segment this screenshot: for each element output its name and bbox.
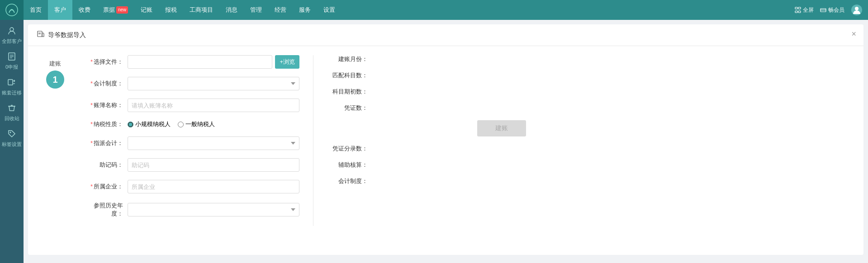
- recycle-icon: [7, 103, 16, 114]
- form-row-accountant: 指派会计：: [82, 136, 299, 150]
- taxtype-radio-group: 小规模纳税人 一般纳税人: [128, 120, 215, 128]
- svg-rect-3: [795, 11, 797, 13]
- radio-label-general: 一般纳税人: [185, 120, 215, 128]
- sidebar: 全部客户 0申报 账套迁移: [0, 20, 24, 263]
- form-row-match-subjects: 匹配科目数：: [327, 71, 544, 80]
- form-row-initial-amount: 科目期初数：: [327, 88, 544, 96]
- nav-item-manage[interactable]: 管理: [244, 0, 268, 20]
- form-container: 建账 1 选择文件： +浏览 会计制度：: [28, 46, 863, 235]
- bookname-input[interactable]: [128, 99, 299, 112]
- sidebar-label-tag-settings: 标签设置: [2, 141, 22, 148]
- company-input[interactable]: [128, 180, 299, 193]
- radio-general-taxpayer[interactable]: 一般纳税人: [178, 120, 215, 128]
- sidebar-label-recycle: 回收站: [5, 115, 19, 122]
- nav-item-message[interactable]: 消息: [219, 0, 244, 20]
- nav-item-fee[interactable]: 收费: [72, 0, 97, 20]
- member-btn[interactable]: 畅会员: [820, 6, 844, 14]
- form-row-history-year: 参照历史年度：: [82, 202, 299, 218]
- svg-point-9: [10, 28, 14, 31]
- nav-items: 首页 客户 收费 票据 new 记账 报税 工商项目 消息 管理 经营 服务 设…: [24, 0, 795, 20]
- label-accounting-system: 会计制度：: [327, 177, 372, 185]
- file-input-wrap: +浏览: [128, 55, 299, 69]
- label-accounting: 会计制度：: [82, 80, 128, 88]
- nav-item-business[interactable]: 工商项目: [183, 0, 219, 20]
- label-history-year: 参照历史年度：: [82, 202, 128, 218]
- label-initial-amount: 科目期初数：: [327, 88, 372, 96]
- label-file: 选择文件：: [82, 58, 128, 66]
- mnemonic-input[interactable]: [128, 158, 299, 172]
- svg-rect-14: [8, 80, 13, 85]
- right-form: 建账月份： 匹配科目数： 科目期初数： 凭证数：: [318, 55, 544, 226]
- label-aux-accounting: 辅助核算：: [327, 161, 372, 169]
- svg-rect-1: [795, 7, 797, 9]
- label-taxtype: 纳税性质：: [82, 120, 128, 128]
- sidebar-item-declaration[interactable]: 0申报: [0, 48, 24, 74]
- history-year-select[interactable]: [128, 203, 299, 216]
- label-match-subjects: 匹配科目数：: [327, 71, 372, 80]
- accountant-select[interactable]: [128, 136, 299, 150]
- label-company: 所属企业：: [82, 183, 128, 191]
- label-account-month: 建账月份：: [327, 55, 372, 63]
- label-bookname: 账簿名称：: [82, 101, 128, 109]
- label-voucher-count: 凭证数：: [327, 104, 372, 112]
- declaration-icon: [7, 52, 16, 62]
- nav-item-operation[interactable]: 经营: [268, 0, 293, 20]
- avatar-icon: [851, 4, 863, 16]
- form-row-account-month: 建账月份：: [327, 55, 544, 63]
- tag-settings-icon: [7, 129, 16, 140]
- nav-item-bookkeeping[interactable]: 记账: [134, 0, 159, 20]
- nav-item-service[interactable]: 服务: [293, 0, 317, 20]
- radio-label-small: 小规模纳税人: [135, 120, 171, 128]
- sidebar-item-account-migration[interactable]: 账套迁移: [0, 74, 24, 100]
- sidebar-label-account-migration: 账套迁移: [2, 89, 22, 96]
- form-row-company: 所属企业：: [82, 180, 299, 193]
- svg-point-16: [10, 132, 11, 133]
- sidebar-item-recycle[interactable]: 回收站: [0, 100, 24, 126]
- nav-item-settings[interactable]: 设置: [317, 0, 342, 20]
- main-card: 导爷数据导入 × 建账 1 选择文件： +浏览: [28, 24, 863, 255]
- create-account-button[interactable]: 建账: [477, 120, 526, 136]
- fullscreen-label: 全屏: [803, 6, 814, 14]
- form-row-taxtype: 纳税性质： 小规模纳税人 一般纳税人: [82, 120, 299, 128]
- sidebar-label-declaration: 0申报: [5, 64, 18, 70]
- form-row-bookname: 账簿名称：: [82, 99, 299, 112]
- file-input[interactable]: [128, 55, 272, 69]
- sidebar-item-all-customers[interactable]: 全部客户: [0, 23, 24, 48]
- left-form: 选择文件： +浏览 会计制度： 账簿名称：: [82, 55, 308, 226]
- nav-item-home[interactable]: 首页: [24, 0, 48, 20]
- browse-button[interactable]: +浏览: [275, 55, 299, 69]
- svg-point-8: [855, 7, 859, 10]
- svg-rect-2: [798, 7, 801, 9]
- sidebar-item-tag-settings[interactable]: 标签设置: [0, 126, 24, 151]
- all-customers-icon: [7, 26, 16, 37]
- member-label: 畅会员: [828, 6, 844, 14]
- nav-item-customer[interactable]: 客户: [48, 0, 72, 20]
- form-row-accounting-system: 会计制度：: [327, 177, 544, 185]
- nav-right: 全屏 畅会员: [795, 4, 868, 16]
- close-button[interactable]: ×: [851, 30, 856, 38]
- main-layout: 全部客户 0申报 账套迁移: [0, 20, 868, 263]
- member-icon: [820, 7, 826, 13]
- form-row-voucher-count: 凭证数：: [327, 104, 544, 112]
- nav-item-invoice[interactable]: 票据 new: [97, 0, 134, 20]
- sidebar-label-all-customers: 全部客户: [2, 38, 22, 45]
- label-voucher-entries: 凭证分录数：: [327, 145, 372, 153]
- step-section: 建账 1: [28, 55, 82, 226]
- top-nav: 首页 客户 收费 票据 new 记账 报税 工商项目 消息 管理 经营 服务 设…: [0, 0, 868, 20]
- form-row-voucher-entries: 凭证分录数：: [327, 145, 544, 153]
- form-row-mnemonic: 助记码：: [82, 158, 299, 172]
- step-circle: 1: [46, 70, 64, 89]
- new-badge: new: [116, 6, 128, 14]
- label-mnemonic: 助记码：: [82, 161, 128, 169]
- account-migration-icon: [7, 78, 16, 88]
- nav-item-tax[interactable]: 报税: [159, 0, 183, 20]
- radio-small-taxpayer[interactable]: 小规模纳税人: [128, 120, 171, 128]
- user-avatar[interactable]: [851, 4, 863, 16]
- form-row-file: 选择文件： +浏览: [82, 55, 299, 69]
- form-divider: [313, 55, 313, 226]
- accounting-select[interactable]: [128, 77, 299, 90]
- svg-rect-4: [798, 11, 801, 13]
- card-title: 导爷数据导入: [48, 31, 86, 39]
- card-header: 导爷数据导入 ×: [28, 24, 863, 46]
- fullscreen-btn[interactable]: 全屏: [795, 6, 814, 14]
